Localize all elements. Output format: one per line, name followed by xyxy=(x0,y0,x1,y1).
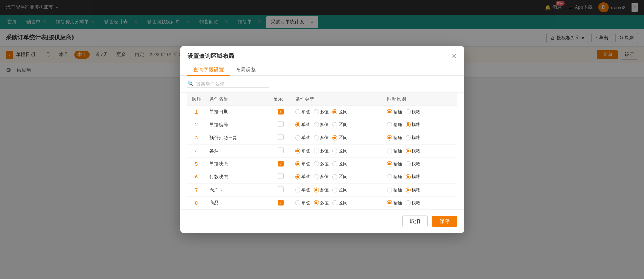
type-radio-单值[interactable]: 单值 xyxy=(295,200,310,206)
rule-radio-精确[interactable]: 精确 xyxy=(387,148,402,154)
row-name: 付款状态 xyxy=(206,170,270,183)
col-header-rule: 匹配原则 xyxy=(383,93,457,106)
type-radio-区间[interactable]: 区间 xyxy=(332,187,347,193)
rule-radio-模糊[interactable]: 模糊 xyxy=(406,161,420,167)
radio-circle-type-单值 xyxy=(295,122,300,127)
type-radio-多值[interactable]: 多值 xyxy=(314,161,329,167)
modal-close-button[interactable]: ✕ xyxy=(451,52,457,60)
row-type: 单值多值区间 xyxy=(292,105,383,118)
radio-circle-type-区间 xyxy=(332,174,337,179)
display-checkbox[interactable] xyxy=(278,134,284,140)
type-radio-多值[interactable]: 多值 xyxy=(314,148,329,154)
type-radio-多值[interactable]: 多值 xyxy=(314,109,329,115)
display-checkbox[interactable] xyxy=(278,186,284,192)
table-row: 3预计到货日期单值多值区间精确模糊 xyxy=(187,131,457,144)
display-checkbox[interactable] xyxy=(278,161,284,167)
type-radio-区间[interactable]: 区间 xyxy=(332,174,347,180)
row-order: 3 xyxy=(187,131,206,144)
row-display[interactable] xyxy=(270,196,292,209)
row-rule: 精确模糊 xyxy=(383,118,457,131)
type-radio-单值[interactable]: 单值 xyxy=(295,161,310,167)
radio-circle-type-区间 xyxy=(332,122,337,127)
radio-circle-rule-模糊 xyxy=(406,109,411,114)
type-radio-区间[interactable]: 区间 xyxy=(332,200,347,206)
display-checkbox[interactable] xyxy=(278,109,284,115)
rule-radio-精确[interactable]: 精确 xyxy=(387,161,402,167)
save-button[interactable]: 保存 xyxy=(432,216,457,227)
modal-header: 设置查询区域布局 ✕ xyxy=(180,46,464,60)
rule-radio-精确[interactable]: 精确 xyxy=(387,187,402,193)
radio-circle-rule-模糊 xyxy=(406,161,411,166)
type-radio-区间[interactable]: 区间 xyxy=(332,109,347,115)
table-row: 6付款状态单值多值区间精确模糊 xyxy=(187,170,457,183)
row-display[interactable] xyxy=(270,183,292,196)
rule-radio-模糊[interactable]: 模糊 xyxy=(406,122,420,128)
type-radio-单值[interactable]: 单值 xyxy=(295,148,310,154)
chevron-down-icon: ∨ xyxy=(220,188,223,192)
modal-table-container: 顺序 条件名称 显示 条件类型 匹配原则 1单据日期单值多值区间精确模糊2单据编… xyxy=(180,93,464,209)
modal-title: 设置查询区域布局 xyxy=(187,52,234,60)
row-display[interactable] xyxy=(270,157,292,170)
conditions-table: 顺序 条件名称 显示 条件类型 匹配原则 1单据日期单值多值区间精确模糊2单据编… xyxy=(187,93,457,209)
modal-footer: 取消 保存 xyxy=(180,209,464,233)
row-order: 4 xyxy=(187,144,206,157)
modal-tab-fields[interactable]: 查询字段设置 xyxy=(187,64,230,76)
rule-radio-精确[interactable]: 精确 xyxy=(387,135,402,141)
row-display[interactable] xyxy=(270,131,292,144)
radio-circle-type-区间 xyxy=(332,200,337,205)
display-checkbox[interactable] xyxy=(278,148,284,153)
radio-circle-type-多值 xyxy=(314,187,319,192)
cancel-button[interactable]: 取消 xyxy=(402,216,428,227)
display-checkbox[interactable] xyxy=(278,173,284,179)
type-radio-多值[interactable]: 多值 xyxy=(314,135,329,141)
type-radio-多值[interactable]: 多值 xyxy=(314,122,329,128)
type-radio-多值[interactable]: 多值 xyxy=(314,200,329,206)
type-radio-单值[interactable]: 单值 xyxy=(295,122,310,128)
radio-circle-rule-模糊 xyxy=(406,148,411,153)
row-type: 单值多值区间 xyxy=(292,183,383,196)
row-type: 单值多值区间 xyxy=(292,196,383,209)
type-radio-单值[interactable]: 单值 xyxy=(295,174,310,180)
type-radio-单值[interactable]: 单值 xyxy=(295,109,310,115)
search-input[interactable] xyxy=(196,80,269,86)
rule-radio-模糊[interactable]: 模糊 xyxy=(406,135,420,141)
row-name[interactable]: 仓库 ∨ xyxy=(206,183,270,196)
row-display[interactable] xyxy=(270,144,292,157)
rule-radio-模糊[interactable]: 模糊 xyxy=(406,200,420,206)
rule-radio-模糊[interactable]: 模糊 xyxy=(406,148,420,154)
type-radio-区间[interactable]: 区间 xyxy=(332,148,347,154)
type-radio-区间[interactable]: 区间 xyxy=(332,122,347,128)
row-type: 单值多值区间 xyxy=(292,144,383,157)
row-display[interactable] xyxy=(270,170,292,183)
row-display[interactable] xyxy=(270,105,292,118)
row-name[interactable]: 商品 ∨ xyxy=(206,196,270,209)
rule-radio-模糊[interactable]: 模糊 xyxy=(406,174,420,180)
radio-circle-type-多值 xyxy=(314,148,319,153)
display-checkbox[interactable] xyxy=(278,200,284,206)
rule-radio-精确[interactable]: 精确 xyxy=(387,122,402,128)
display-checkbox[interactable] xyxy=(278,121,284,127)
row-rule: 精确模糊 xyxy=(383,105,457,118)
modal-tab-layout[interactable]: 布局调整 xyxy=(230,64,262,76)
row-order: 2 xyxy=(187,118,206,131)
type-radio-多值[interactable]: 多值 xyxy=(314,187,329,193)
radio-circle-type-区间 xyxy=(332,135,337,140)
row-order: 6 xyxy=(187,170,206,183)
type-radio-区间[interactable]: 区间 xyxy=(332,161,347,167)
type-radio-单值[interactable]: 单值 xyxy=(295,187,310,193)
rule-radio-精确[interactable]: 精确 xyxy=(387,109,402,115)
row-rule: 精确模糊 xyxy=(383,183,457,196)
rule-radio-模糊[interactable]: 模糊 xyxy=(406,109,420,115)
rule-radio-精确[interactable]: 精确 xyxy=(387,200,402,206)
type-radio-单值[interactable]: 单值 xyxy=(295,135,310,141)
rule-radio-模糊[interactable]: 模糊 xyxy=(406,187,420,193)
rule-radio-精确[interactable]: 精确 xyxy=(387,174,402,180)
row-display[interactable] xyxy=(270,118,292,131)
type-radio-区间[interactable]: 区间 xyxy=(332,135,347,141)
radio-circle-type-单值 xyxy=(295,200,300,205)
type-radio-多值[interactable]: 多值 xyxy=(314,174,329,180)
table-row: 5单据状态单值多值区间精确模糊 xyxy=(187,157,457,170)
row-rule: 精确模糊 xyxy=(383,170,457,183)
table-row: 7仓库 ∨单值多值区间精确模糊 xyxy=(187,183,457,196)
table-row: 8商品 ∨单值多值区间精确模糊 xyxy=(187,196,457,209)
